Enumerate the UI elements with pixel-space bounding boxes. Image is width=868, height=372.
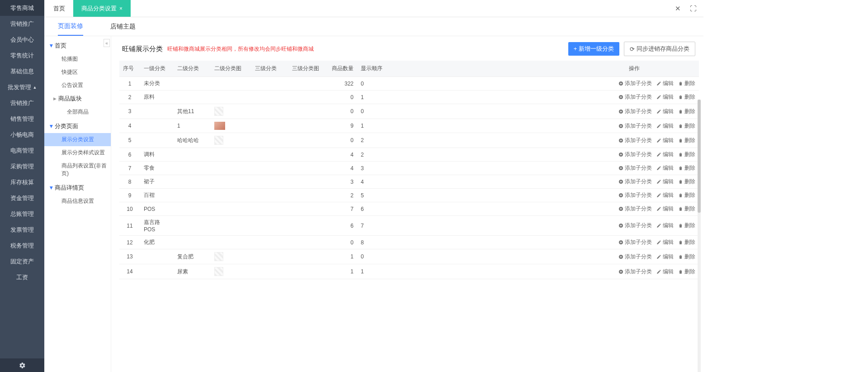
sync-category-button[interactable]: ⟳ 同步进销存商品分类 bbox=[624, 42, 695, 56]
add-sub-category-link[interactable]: 添加子分类 bbox=[618, 122, 652, 130]
add-sub-category-link[interactable]: 添加子分类 bbox=[618, 238, 652, 246]
edit-link[interactable]: 编辑 bbox=[656, 191, 674, 199]
image-placeholder bbox=[214, 107, 223, 116]
edit-link[interactable]: 编辑 bbox=[656, 164, 674, 172]
edit-link[interactable]: 编辑 bbox=[656, 253, 674, 261]
inner-item-display-category-settings[interactable]: 展示分类设置 bbox=[44, 133, 111, 146]
add-sub-category-link[interactable]: 添加子分类 bbox=[618, 191, 652, 199]
add-sub-category-link[interactable]: 添加子分类 bbox=[618, 164, 652, 172]
delete-link[interactable]: 删除 bbox=[678, 205, 695, 213]
sidebar-item[interactable]: 基础信息 bbox=[0, 63, 44, 79]
sidebar-item[interactable]: 销售管理 bbox=[0, 111, 44, 127]
tab-home[interactable]: 首页 bbox=[45, 0, 73, 17]
sidebar-item[interactable]: 小畅电商 bbox=[0, 127, 44, 143]
sidebar-item[interactable]: 工资 bbox=[0, 269, 44, 285]
delete-link[interactable]: 删除 bbox=[678, 178, 695, 186]
edit-link[interactable]: 编辑 bbox=[656, 151, 674, 158]
delete-link[interactable]: 删除 bbox=[678, 122, 695, 130]
subtab-page-decor[interactable]: 页面装修 bbox=[58, 17, 83, 36]
inner-group-label: 首页 bbox=[55, 42, 66, 50]
sidebar-item[interactable]: 会员中心 bbox=[0, 32, 44, 48]
inner-item-display-category-style[interactable]: 展示分类样式设置 bbox=[44, 146, 111, 159]
inner-group-product-detail[interactable]: ▶ 商品详情页 bbox=[44, 181, 111, 195]
settings-button[interactable] bbox=[0, 358, 44, 372]
sidebar-item[interactable]: 库存核算 bbox=[0, 174, 44, 190]
tab-category-settings[interactable]: 商品分类设置 × bbox=[73, 0, 131, 17]
add-sub-category-link[interactable]: 添加子分类 bbox=[618, 178, 652, 186]
delete-link[interactable]: 删除 bbox=[678, 151, 695, 158]
delete-link[interactable]: 删除 bbox=[678, 238, 695, 246]
inner-group-category-page[interactable]: ▶ 分类页面 bbox=[44, 119, 111, 133]
inner-item-carousel[interactable]: 轮播图 bbox=[44, 52, 111, 66]
delete-link[interactable]: 删除 bbox=[678, 108, 695, 115]
edit-link[interactable]: 编辑 bbox=[656, 222, 674, 229]
sidebar-item[interactable]: 税务管理 bbox=[0, 238, 44, 253]
add-sub-category-link[interactable]: 添加子分类 bbox=[618, 80, 652, 87]
col-order: 显示顺序 bbox=[357, 61, 570, 77]
inner-item-shortcut[interactable]: 快捷区 bbox=[44, 66, 111, 79]
sync-button-label: 同步进销存商品分类 bbox=[637, 45, 689, 53]
add-sub-category-link[interactable]: 添加子分类 bbox=[618, 205, 652, 213]
inner-item-all-products[interactable]: 全部商品 bbox=[44, 105, 111, 119]
edit-link[interactable]: 编辑 bbox=[656, 238, 674, 246]
sidebar-item[interactable]: 资金管理 bbox=[0, 190, 44, 206]
add-sub-category-link[interactable]: 添加子分类 bbox=[618, 108, 652, 115]
edit-link[interactable]: 编辑 bbox=[656, 178, 674, 186]
delete-link[interactable]: 删除 bbox=[678, 137, 695, 144]
edit-link[interactable]: 编辑 bbox=[656, 205, 674, 213]
primary-sidebar: 零售商城营销推广会员中心零售统计基础信息批发管理▲营销推广销售管理小畅电商电商管… bbox=[0, 0, 44, 372]
image-placeholder bbox=[214, 136, 223, 145]
delete-link[interactable]: 删除 bbox=[678, 253, 695, 261]
delete-link[interactable]: 删除 bbox=[678, 80, 695, 87]
inner-item-product-list-settings[interactable]: 商品列表设置(非首页) bbox=[44, 159, 111, 180]
inner-group-product-block[interactable]: ▶ 商品版块 bbox=[44, 92, 111, 105]
sidebar-item[interactable]: 营销推广 bbox=[0, 16, 44, 32]
inner-group-home[interactable]: ▶ 首页 bbox=[44, 39, 111, 52]
collapse-sidebar-button[interactable]: « bbox=[104, 39, 110, 47]
sidebar-item[interactable]: 批发管理▲ bbox=[0, 79, 44, 95]
edit-link[interactable]: 编辑 bbox=[656, 137, 674, 144]
subtab-shop-theme[interactable]: 店铺主题 bbox=[110, 17, 136, 36]
delete-link[interactable]: 删除 bbox=[678, 191, 695, 199]
table-row: 7零食43添加子分类编辑删除 bbox=[119, 162, 699, 175]
delete-link[interactable]: 删除 bbox=[678, 93, 695, 101]
close-icon[interactable]: × bbox=[119, 5, 123, 12]
inner-sidebar: « ▶ 首页 轮播图 快捷区 公告设置 ▶ 商品版块 全部商品 bbox=[44, 36, 111, 372]
add-sub-category-link[interactable]: 添加子分类 bbox=[618, 253, 652, 261]
sidebar-item[interactable]: 发票管理 bbox=[0, 222, 44, 238]
sidebar-item[interactable]: 采购管理 bbox=[0, 158, 44, 174]
edit-link[interactable]: 编辑 bbox=[656, 93, 674, 101]
sidebar-item[interactable]: 电商管理 bbox=[0, 143, 44, 158]
col-qty: 商品数量 bbox=[327, 61, 357, 77]
table-row: 14尿素11添加子分类编辑删除 bbox=[119, 264, 699, 279]
add-sub-category-link[interactable]: 添加子分类 bbox=[618, 137, 652, 144]
close-panel-icon[interactable]: ✕ bbox=[673, 4, 683, 14]
add-sub-category-link[interactable]: 添加子分类 bbox=[618, 93, 652, 101]
add-sub-category-link[interactable]: 添加子分类 bbox=[618, 222, 652, 229]
sidebar-item[interactable]: 总账管理 bbox=[0, 206, 44, 222]
col-l2img: 二级分类图 bbox=[211, 61, 251, 77]
add-sub-category-link[interactable]: 添加子分类 bbox=[618, 268, 652, 276]
sidebar-item[interactable]: 零售统计 bbox=[0, 48, 44, 63]
table-row: 2原料01添加子分类编辑删除 bbox=[119, 91, 699, 104]
add-sub-category-link[interactable]: 添加子分类 bbox=[618, 151, 652, 158]
edit-link[interactable]: 编辑 bbox=[656, 122, 674, 130]
add-category-button[interactable]: + 新增一级分类 bbox=[568, 42, 619, 56]
table-row: 1未分类3220添加子分类编辑删除 bbox=[119, 77, 699, 91]
delete-link[interactable]: 删除 bbox=[678, 164, 695, 172]
delete-link[interactable]: 删除 bbox=[678, 222, 695, 229]
card-note: 旺铺和微商城展示分类相同，所有修改均会同步旺铺和微商城 bbox=[167, 45, 314, 53]
table-row: 6调料42添加子分类编辑删除 bbox=[119, 148, 699, 162]
delete-link[interactable]: 删除 bbox=[678, 268, 695, 276]
sidebar-item[interactable]: 固定资产 bbox=[0, 253, 44, 269]
edit-link[interactable]: 编辑 bbox=[656, 80, 674, 87]
fullscreen-icon[interactable]: ⛶ bbox=[688, 4, 698, 14]
scrollbar[interactable] bbox=[698, 100, 701, 372]
edit-link[interactable]: 编辑 bbox=[656, 268, 674, 276]
edit-link[interactable]: 编辑 bbox=[656, 108, 674, 115]
inner-item-announcement[interactable]: 公告设置 bbox=[44, 79, 111, 92]
inner-item-product-info-settings[interactable]: 商品信息设置 bbox=[44, 195, 111, 208]
sidebar-item[interactable]: 零售商城 bbox=[0, 0, 44, 16]
col-ops: 操作 bbox=[570, 61, 699, 77]
sidebar-item[interactable]: 营销推广 bbox=[0, 95, 44, 111]
